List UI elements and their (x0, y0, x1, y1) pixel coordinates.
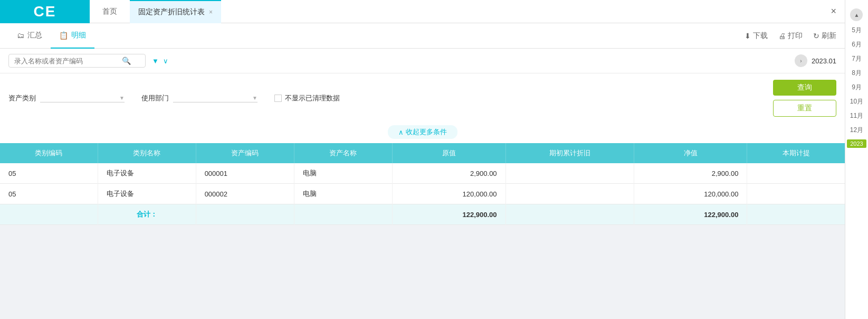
app-logo: CE (34, 3, 56, 20)
download-icon: ⬇ (745, 32, 751, 40)
window-close-button[interactable]: × (831, 6, 836, 17)
tab-summary[interactable]: 🗂 汇总 (8, 23, 51, 49)
table-header-cell: 原值 (392, 143, 505, 163)
table-cell: 05 (0, 163, 98, 184)
table-header-cell: 期初累计折旧 (505, 143, 634, 163)
download-button[interactable]: ⬇ 下载 (745, 31, 768, 41)
table-cell: 电脑 (294, 184, 392, 204)
asset-type-select[interactable]: ▼ (40, 94, 125, 102)
collapse-more-button[interactable]: ∧ 收起更多条件 (388, 125, 457, 139)
active-tab[interactable]: 固定资产折旧统计表 × (130, 0, 221, 23)
table-cell: 120,000.00 (634, 184, 747, 204)
table-header-cell: 类别名称 (98, 143, 196, 163)
table-cell: 000001 (196, 163, 294, 184)
filter-icon: ▼ (152, 57, 159, 65)
refresh-label: 刷新 (822, 31, 836, 41)
download-label: 下载 (753, 31, 768, 41)
table-header-cell: 净值 (634, 143, 747, 163)
date-display: 2023.01 (812, 57, 836, 65)
print-icon: 🖨 (778, 32, 786, 40)
asset-type-filter: 资产类别 ▼ (8, 93, 125, 103)
collapse-nav-button[interactable]: › (795, 54, 807, 67)
table-cell: 电脑 (294, 163, 392, 184)
table-cell: 120,000.00 (392, 184, 505, 204)
month-item[interactable]: 6月 (847, 37, 866, 52)
tab-detail[interactable]: 📋 明细 (51, 23, 94, 49)
search-bar: 🔍 ▼ ∨ › 2023.01 (0, 49, 845, 73)
asset-type-arrow-icon: ▼ (119, 95, 125, 101)
refresh-button[interactable]: ↻ 刷新 (813, 31, 836, 41)
reset-button[interactable]: 重置 (773, 100, 836, 117)
table-cell: 2,900.00 (392, 163, 505, 184)
chevron-down-icon: ∨ (163, 57, 168, 65)
summary-cell (294, 204, 392, 225)
home-nav[interactable]: 首页 (98, 0, 121, 23)
more-conditions-button[interactable]: ▼ ∨ (152, 57, 168, 65)
summary-cell (0, 204, 98, 225)
asset-type-label: 资产类别 (8, 93, 36, 103)
table-header-cell: 类别编码 (0, 143, 98, 163)
data-table: 类别编码类别名称资产编码资产名称原值期初累计折旧净值本期计提 05电子设备000… (0, 143, 845, 225)
summary-cell (196, 204, 294, 225)
table-cell (747, 184, 845, 204)
department-arrow-icon: ▼ (252, 95, 257, 101)
search-icon: 🔍 (122, 57, 131, 65)
summary-cell: 合计： (98, 204, 196, 225)
tab-title: 固定资产折旧统计表 (138, 7, 205, 17)
toolbar-actions: ⬇ 下载 🖨 打印 ↻ 刷新 (745, 31, 836, 41)
collapse-btn-row: ∧ 收起更多条件 (0, 123, 845, 143)
search-input-wrap[interactable]: 🔍 (8, 54, 146, 68)
summary-cell: 122,900.00 (392, 204, 505, 225)
department-select[interactable]: ▼ (173, 94, 257, 102)
table-header-row: 类别编码类别名称资产编码资产名称原值期初累计折旧净值本期计提 (0, 143, 845, 163)
right-panel-top: ▲ 5月6月7月8月9月10月11月12月 2023 (847, 2, 866, 148)
scroll-up-button[interactable]: ▲ (850, 8, 863, 21)
summary-cell (747, 204, 845, 225)
tabs-bar: 🗂 汇总 📋 明细 ⬇ 下载 🖨 打印 ↻ 刷新 (0, 23, 845, 49)
summary-cell: 122,900.00 (634, 204, 747, 225)
year-badge: 2023 (847, 139, 866, 148)
summary-cell (505, 204, 634, 225)
table-header-cell: 本期计提 (747, 143, 845, 163)
table-header-cell: 资产名称 (294, 143, 392, 163)
month-item[interactable]: 8月 (847, 66, 866, 80)
refresh-icon: ↻ (813, 32, 819, 40)
print-button[interactable]: 🖨 打印 (778, 31, 803, 41)
tab-close-icon[interactable]: × (209, 8, 213, 16)
summary-icon: 🗂 (17, 31, 24, 40)
detail-icon: 📋 (59, 31, 68, 40)
month-item[interactable]: 7月 (847, 52, 866, 66)
table-cell: 2,900.00 (634, 163, 747, 184)
collapse-btn-label: 收起更多条件 (406, 127, 447, 137)
table-cell: 电子设备 (98, 184, 196, 204)
month-item[interactable]: 9月 (847, 80, 866, 95)
no-cleared-label: 不显示已清理数据 (285, 93, 340, 103)
tab-detail-label: 明细 (71, 31, 86, 40)
right-panel: ▲ 5月6月7月8月9月10月11月12月 2023 (845, 0, 868, 319)
no-cleared-checkbox-wrap[interactable]: 不显示已清理数据 (274, 93, 340, 103)
query-button[interactable]: 查询 (773, 80, 836, 96)
table-summary-row: 合计：122,900.00122,900.00 (0, 204, 845, 225)
month-item[interactable]: 11月 (847, 109, 866, 123)
table-cell (747, 163, 845, 184)
no-cleared-checkbox[interactable] (274, 95, 282, 102)
table-row: 05电子设备000001电脑2,900.002,900.00 (0, 163, 845, 184)
filter-row: 资产类别 ▼ 使用部门 ▼ 不显示已清理数据 查询 重置 (0, 73, 845, 123)
search-input[interactable] (14, 57, 120, 65)
month-list: 5月6月7月8月9月10月11月12月 (847, 23, 866, 137)
tab-summary-label: 汇总 (27, 31, 42, 40)
table-header-cell: 资产编码 (196, 143, 294, 163)
month-item[interactable]: 10月 (847, 95, 866, 109)
table-cell (505, 163, 634, 184)
department-filter: 使用部门 ▼ (141, 93, 257, 103)
table-cell (505, 184, 634, 204)
table-cell: 05 (0, 184, 98, 204)
month-item[interactable]: 12月 (847, 123, 866, 137)
month-item[interactable]: 5月 (847, 23, 866, 37)
chevron-up-icon: ∧ (398, 128, 404, 136)
table-row: 05电子设备000002电脑120,000.00120,000.00 (0, 184, 845, 204)
table-cell: 电子设备 (98, 163, 196, 184)
department-label: 使用部门 (141, 93, 169, 103)
print-label: 打印 (788, 31, 803, 41)
filter-actions: 查询 重置 (773, 80, 836, 117)
